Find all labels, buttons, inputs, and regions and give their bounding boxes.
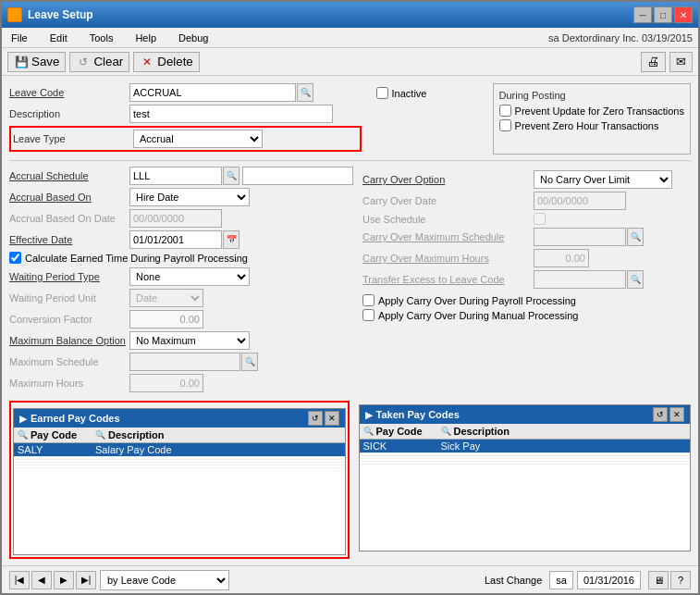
- conversion-factor-label: Conversion Factor: [9, 314, 129, 325]
- taken-panel-refresh-button[interactable]: ↺: [653, 407, 668, 422]
- waiting-period-unit-select[interactable]: Date: [129, 289, 203, 307]
- earned-description-col-icon: 🔍: [95, 430, 105, 440]
- inactive-checkbox[interactable]: [376, 87, 388, 99]
- effective-date-calendar-button[interactable]: 📅: [223, 230, 239, 249]
- table-row[interactable]: SALY Salary Pay Code: [14, 443, 345, 457]
- menu-help[interactable]: Help: [131, 31, 160, 44]
- right-panel: Carry Over Option No Carry Over Limit Ca…: [362, 167, 691, 395]
- calculate-earned-checkbox[interactable]: [9, 252, 21, 264]
- table-row[interactable]: [14, 465, 345, 468]
- during-posting-section: During Posting Prevent Update for Zero T…: [493, 83, 691, 155]
- description-input[interactable]: [129, 105, 333, 123]
- waiting-period-type-select[interactable]: None: [129, 267, 250, 286]
- earned-pay-codes-rows: SALY Salary Pay Code: [14, 443, 345, 554]
- taken-panel-title: Taken Pay Codes: [376, 409, 460, 420]
- apply-carry-over-payroll-checkbox[interactable]: [362, 294, 375, 306]
- menu-edit[interactable]: Edit: [46, 31, 71, 44]
- taken-panel-close-button[interactable]: ✕: [669, 407, 684, 422]
- description-row: Description: [9, 105, 362, 123]
- accrual-schedule-search-button[interactable]: 🔍: [223, 167, 239, 185]
- taken-panel-triangle: ▶: [365, 410, 373, 420]
- close-button[interactable]: ✕: [674, 6, 693, 23]
- max-schedule-browse-button[interactable]: 🔍: [241, 353, 258, 371]
- clear-button[interactable]: ↺ Clear: [69, 52, 129, 72]
- nav-prev-button[interactable]: ◀: [31, 571, 52, 589]
- carry-over-max-schedule-label: Carry Over Maximum Schedule: [362, 231, 534, 242]
- menu-tools[interactable]: Tools: [86, 31, 117, 44]
- print-button[interactable]: 🖨: [641, 52, 666, 72]
- earned-panel-triangle: ▶: [19, 414, 27, 424]
- leave-type-select[interactable]: Accrual: [133, 130, 263, 148]
- help-question-button[interactable]: ?: [670, 571, 691, 589]
- toolbar: 💾 Save ↺ Clear ✕ Delete 🖨 ✉: [2, 48, 698, 76]
- earned-description-col-header: Description: [108, 429, 165, 440]
- accrual-based-on-date-input[interactable]: [129, 209, 222, 228]
- accrual-schedule-label: Accrual Schedule: [9, 170, 129, 181]
- menu-debug[interactable]: Debug: [175, 31, 212, 44]
- leave-type-label: Leave Type: [13, 133, 133, 144]
- max-balance-select[interactable]: No Maximum: [129, 331, 250, 350]
- prevent-zero-hour-checkbox[interactable]: [499, 119, 511, 131]
- waiting-period-unit-label: Waiting Period Unit: [9, 292, 129, 304]
- leave-code-search-button[interactable]: 🔍: [297, 83, 313, 102]
- taken-pay-code-col-header: Pay Code: [376, 426, 423, 437]
- nav-next-button[interactable]: ▶: [54, 571, 74, 589]
- accrual-based-on-select[interactable]: Hire Date: [129, 188, 250, 206]
- transfer-excess-input[interactable]: [534, 270, 626, 289]
- app-icon: [7, 7, 22, 22]
- use-schedule-checkbox[interactable]: [534, 213, 546, 225]
- prevent-zero-transactions-checkbox[interactable]: [499, 105, 511, 117]
- carry-over-option-select[interactable]: No Carry Over Limit: [534, 170, 672, 189]
- table-row[interactable]: [360, 462, 691, 465]
- minimize-button[interactable]: ─: [633, 6, 652, 23]
- nav-last-button[interactable]: ▶|: [76, 571, 96, 589]
- leave-code-input[interactable]: [129, 83, 296, 102]
- carry-over-max-schedule-input[interactable]: [534, 228, 626, 246]
- max-schedule-input[interactable]: [129, 353, 240, 371]
- save-button[interactable]: 💾 Save: [7, 52, 66, 72]
- apply-carry-over-manual-label: Apply Carry Over During Manual Processin…: [378, 310, 578, 321]
- last-change-section: Last Change sa 01/31/2016 🖥 ?: [485, 571, 691, 589]
- carry-over-date-label: Carry Over Date: [362, 195, 534, 206]
- use-schedule-label: Use Schedule: [362, 214, 534, 225]
- prevent-zero-hour-label: Prevent Zero Hour Transactions: [515, 120, 659, 131]
- earned-pay-code-col-icon: 🔍: [18, 430, 28, 440]
- delete-label: Delete: [157, 55, 193, 68]
- calculate-earned-row: Calculate Earned Time During Payroll Pro…: [9, 252, 353, 264]
- effective-date-input[interactable]: [129, 230, 222, 249]
- taken-row-description: Sick Pay: [441, 440, 687, 452]
- inactive-label: Inactive: [392, 88, 427, 99]
- carry-over-max-hours-label: Carry Over Maximum Hours: [362, 253, 534, 264]
- carry-over-max-hours-input[interactable]: [534, 249, 589, 267]
- max-hours-label: Maximum Hours: [9, 378, 129, 389]
- accrual-schedule-desc-input[interactable]: [242, 167, 353, 185]
- email-button[interactable]: ✉: [669, 52, 693, 72]
- calculate-earned-label: Calculate Earned Time During Payroll Pro…: [25, 253, 248, 264]
- menu-bar: File Edit Tools Help Debug sa Dextordina…: [2, 28, 698, 48]
- menu-file[interactable]: File: [7, 31, 31, 44]
- apply-carry-over-manual-checkbox[interactable]: [362, 309, 375, 321]
- accrual-schedule-input[interactable]: [129, 167, 222, 185]
- carry-over-max-schedule-browse-button[interactable]: 🔍: [627, 228, 644, 246]
- maximize-button[interactable]: □: [654, 6, 672, 23]
- earned-panel-close-button[interactable]: ✕: [325, 411, 339, 426]
- table-row[interactable]: SICK Sick Pay: [360, 440, 691, 453]
- prevent-zero-transactions-row: Prevent Update for Zero Transactions: [499, 105, 684, 117]
- nav-first-button[interactable]: |◀: [9, 571, 30, 589]
- earned-panel-refresh-button[interactable]: ↺: [308, 411, 323, 426]
- carry-over-date-input[interactable]: [534, 192, 626, 210]
- taken-description-col-header: Description: [454, 426, 510, 437]
- clear-label: Clear: [93, 55, 123, 68]
- leave-code-label: Leave Code: [9, 87, 129, 98]
- delete-button[interactable]: ✕ Delete: [133, 52, 200, 72]
- inactive-row: Inactive: [376, 87, 427, 99]
- transfer-excess-browse-button[interactable]: 🔍: [627, 270, 644, 289]
- taken-description-col-icon: 🔍: [441, 427, 451, 436]
- nav-filter-select[interactable]: by Leave Code: [100, 570, 229, 590]
- earned-row-description: Salary Pay Code: [95, 444, 341, 455]
- clear-icon: ↺: [76, 55, 91, 69]
- conversion-factor-input[interactable]: [129, 310, 203, 328]
- max-hours-input[interactable]: [129, 374, 203, 392]
- leave-type-row: Leave Type Accrual: [9, 126, 362, 152]
- help-icon-button[interactable]: 🖥: [648, 571, 669, 589]
